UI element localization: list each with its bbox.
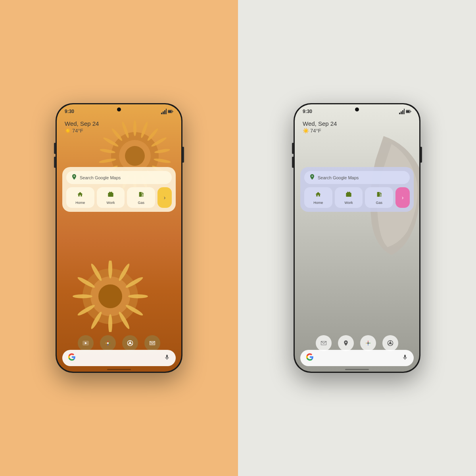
- weather-icon-left: ☀️: [65, 128, 71, 134]
- google-g-right: [306, 353, 314, 363]
- date-text-right: Wed, Sep 24: [303, 120, 411, 127]
- power-button-right[interactable]: [420, 147, 422, 163]
- svg-rect-57: [411, 111, 411, 112]
- dock-left: [57, 335, 181, 351]
- svg-point-26: [128, 294, 148, 298]
- svg-marker-39: [166, 109, 167, 114]
- status-time-left: 9:30: [65, 109, 74, 114]
- svg-marker-51: [399, 113, 400, 114]
- svg-marker-52: [401, 111, 402, 114]
- svg-point-58: [367, 342, 369, 344]
- dest-arrow-right[interactable]: ›: [395, 187, 410, 208]
- quick-dest-left: Home Work: [66, 187, 172, 208]
- dest-home-label-left: Home: [75, 201, 85, 205]
- svg-point-45: [107, 342, 109, 344]
- gmail-icon-left[interactable]: [144, 335, 160, 351]
- dest-gas-left[interactable]: Gas: [127, 187, 155, 208]
- svg-marker-38: [164, 110, 165, 114]
- vol-up-button-right[interactable]: [292, 143, 294, 154]
- dest-arrow-left[interactable]: ›: [157, 187, 172, 208]
- gas-icon-left: [138, 191, 144, 199]
- dest-work-left[interactable]: Work: [97, 187, 125, 208]
- pinwheel-icon-right[interactable]: [360, 335, 376, 351]
- camera-notch-right: [355, 107, 359, 111]
- dest-work-label-right: Work: [345, 201, 353, 205]
- vol-up-button[interactable]: [54, 143, 56, 154]
- dest-home-label-right: Home: [313, 201, 323, 205]
- svg-point-20: [125, 146, 145, 166]
- dest-work-label-left: Work: [107, 201, 115, 205]
- phone-right: 9:30 Wed, Sep 24: [294, 103, 420, 373]
- status-icons-right: [399, 109, 411, 114]
- dest-work-right[interactable]: Work: [335, 187, 363, 208]
- dock-right: [295, 335, 419, 351]
- flower-bottom-decoration: [67, 261, 154, 332]
- camera-notch-left: [117, 107, 121, 111]
- gmail-icon-right[interactable]: [316, 335, 332, 351]
- maps-search-bar-right[interactable]: Search Google Maps: [304, 171, 410, 184]
- temperature-right: 74°F: [310, 128, 321, 134]
- right-background: 9:30 Wed, Sep 24: [238, 0, 476, 476]
- svg-point-32: [73, 294, 92, 298]
- svg-line-63: [388, 344, 390, 344]
- date-widget-left: Wed, Sep 24 ☀️ 74°F: [57, 117, 181, 135]
- svg-marker-36: [161, 113, 162, 114]
- dest-home-right[interactable]: Home: [304, 187, 332, 208]
- google-mic-right[interactable]: [402, 354, 408, 362]
- maps-search-text-right: Search Google Maps: [318, 175, 404, 180]
- maps-search-text-left: Search Google Maps: [80, 175, 166, 180]
- home-icon-right: [315, 191, 321, 199]
- weather-right: ☀️ 74°F: [303, 128, 411, 134]
- power-button[interactable]: [182, 147, 184, 163]
- pinwheel-icon-left[interactable]: [100, 335, 116, 351]
- vol-down-button[interactable]: [54, 157, 56, 168]
- google-g-left: [68, 353, 76, 363]
- google-search-bar-left[interactable]: [62, 350, 176, 366]
- vol-down-button-right[interactable]: [292, 157, 294, 168]
- svg-line-49: [131, 344, 132, 344]
- svg-rect-42: [173, 111, 173, 112]
- google-mic-left[interactable]: [164, 354, 170, 362]
- status-icons-left: [161, 109, 173, 114]
- work-icon-left: [107, 191, 114, 199]
- chrome-icon-right[interactable]: [382, 335, 398, 351]
- home-icon-left: [77, 191, 83, 199]
- svg-point-35: [98, 284, 122, 308]
- battery-icon-right: [406, 109, 411, 114]
- work-icon-right: [345, 191, 352, 199]
- dest-home-left[interactable]: Home: [66, 187, 94, 208]
- date-text-left: Wed, Sep 24: [65, 120, 173, 127]
- date-widget-right: Wed, Sep 24 ☀️ 74°F: [295, 117, 419, 135]
- temperature-left: 74°F: [72, 128, 83, 134]
- home-indicator-left: [107, 369, 131, 370]
- gas-icon-right: [376, 191, 382, 199]
- dest-gas-right[interactable]: Gas: [365, 187, 393, 208]
- svg-marker-54: [404, 109, 405, 114]
- left-background: 9:30: [0, 0, 238, 476]
- signal-icon-right: [399, 109, 405, 114]
- maps-icon-right[interactable]: [338, 335, 354, 351]
- home-indicator-right: [345, 369, 369, 370]
- battery-icon-left: [168, 109, 173, 114]
- svg-marker-37: [163, 111, 164, 114]
- google-search-bar-right[interactable]: [300, 350, 414, 366]
- youtube-icon-left[interactable]: [78, 335, 94, 351]
- phone-left: 9:30: [56, 103, 182, 373]
- maps-pin-icon-left: [72, 174, 77, 181]
- maps-widget-right[interactable]: Search Google Maps Home: [300, 167, 414, 212]
- maps-search-bar-left[interactable]: Search Google Maps: [66, 171, 172, 184]
- chrome-icon-left[interactable]: [122, 335, 138, 351]
- svg-line-62: [391, 344, 393, 344]
- maps-pin-icon-right: [310, 174, 315, 181]
- maps-widget-left[interactable]: Search Google Maps Home: [62, 167, 176, 212]
- dest-gas-label-left: Gas: [138, 201, 144, 205]
- weather-icon-right: ☀️: [303, 128, 309, 134]
- svg-rect-56: [406, 110, 410, 112]
- quick-dest-right: Home Work: [304, 187, 410, 208]
- svg-marker-53: [402, 110, 403, 114]
- signal-icon-left: [161, 109, 167, 114]
- svg-line-50: [128, 344, 129, 344]
- status-time-right: 9:30: [303, 109, 312, 114]
- dest-gas-label-right: Gas: [376, 201, 382, 205]
- weather-left: ☀️ 74°F: [65, 128, 173, 134]
